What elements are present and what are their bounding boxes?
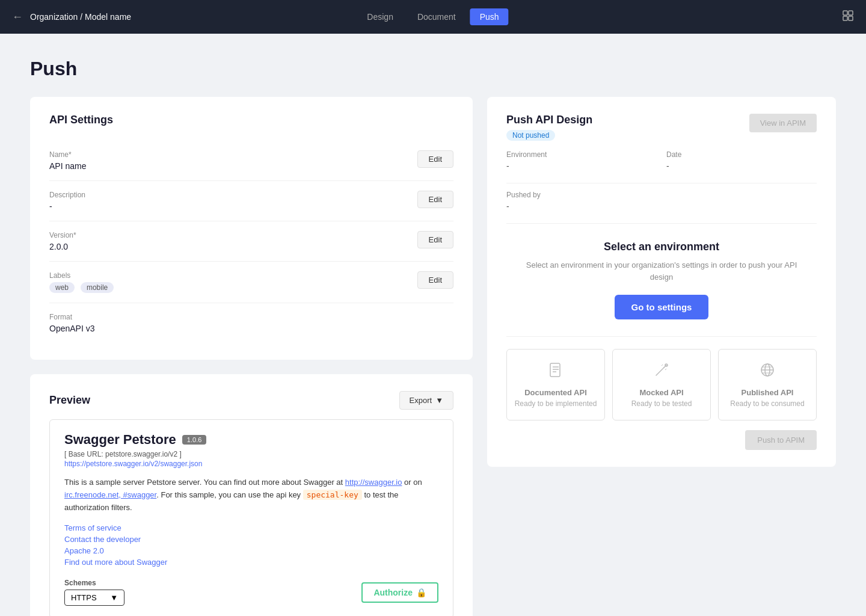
contact-link[interactable]: Contact the developer [64,535,438,544]
push-api-header: Push API Design Not pushed View in APIM [506,114,817,141]
tab-push[interactable]: Push [470,8,509,25]
export-button[interactable]: Export ▼ [399,391,453,410]
svg-line-8 [656,368,664,375]
swagger-base-url: [ Base URL: petstore.swagger.io/v2 ] [64,450,438,458]
documented-api-card: Documented API Ready to be implemented [506,349,605,420]
settings-row-format: Format OpenAPI v3 [49,303,453,343]
push-api-title: Push API Design [506,114,592,126]
name-edit-button[interactable]: Edit [417,150,453,168]
main-columns: API Settings Name* API name Edit Descrip… [30,97,836,616]
settings-row-description: Description - Edit [49,181,453,221]
view-apim-button: View in APIM [749,114,817,132]
version-value: 2.0.0 [49,242,76,251]
version-edit-button[interactable]: Edit [417,231,453,248]
schemes-select[interactable]: HTTPS ▼ [64,590,124,606]
api-settings-title: API Settings [49,114,453,126]
name-value: API name [49,161,86,171]
left-column: API Settings Name* API name Edit Descrip… [30,97,473,616]
settings-version-content: Version* 2.0.0 [49,231,76,251]
svg-rect-4 [550,363,560,377]
environment-meta: Environment - [506,150,657,171]
mocked-api-desc: Ready to be tested [620,399,703,408]
go-settings-button[interactable]: Go to settings [615,295,709,319]
swagger-preview-box: Swagger Petstore 1.0.6 [ Base URL: petst… [49,419,453,616]
swagger-title-row: Swagger Petstore 1.0.6 [64,432,438,448]
select-env-desc: Select an environment in your organizati… [516,259,807,283]
preview-header: Preview Export ▼ [49,391,453,410]
terms-link[interactable]: Terms of service [64,523,438,532]
select-environment-section: Select an environment Select an environm… [506,224,817,337]
api-settings-card: API Settings Name* API name Edit Descrip… [30,97,473,360]
apache-link[interactable]: Apache 2.0 [64,546,438,555]
date-value: - [666,161,817,171]
svg-line-12 [665,369,666,370]
desc-edit-button[interactable]: Edit [417,191,453,208]
document-icon [514,362,597,382]
pushed-by-label: Pushed by [506,191,817,199]
mocked-api-card: Mocked API Ready to be tested [612,349,711,420]
settings-labels-content: Labels web mobile [49,271,117,293]
name-label: Name* [49,150,86,159]
labels-edit-button[interactable]: Edit [417,271,453,289]
globe-icon [726,362,809,382]
irc-link[interactable]: irc.freenode.net, #swagger [64,490,156,499]
lock-icon: 🔒 [416,588,426,597]
labels-tags: web mobile [49,282,117,293]
desc-value: - [49,202,85,211]
svg-rect-3 [849,16,853,20]
grid-icon[interactable] [842,10,854,25]
svg-line-11 [662,365,663,366]
push-api-card: Push API Design Not pushed View in APIM … [487,97,836,467]
page-content: Push API Settings Name* API name Edit [0,34,866,616]
not-pushed-badge: Not pushed [506,130,555,141]
date-meta: Date - [666,150,817,171]
top-navigation: ← Organization / Model name Design Docum… [0,0,866,34]
chevron-down-icon: ▼ [435,396,443,405]
tag-web: web [49,282,75,293]
select-env-title: Select an environment [516,241,807,253]
tag-mobile: mobile [81,282,114,293]
environment-label: Environment [506,150,657,159]
settings-name-content: Name* API name [49,150,86,171]
pushed-by-meta: Pushed by - [506,191,817,224]
mocked-api-title: Mocked API [620,388,703,397]
right-column: Push API Design Not pushed View in APIM … [487,97,836,616]
published-api-card: Published API Ready to be consumed [718,349,817,420]
svg-rect-0 [843,11,847,15]
settings-row-version: Version* 2.0.0 Edit [49,221,453,262]
settings-format-content: Format OpenAPI v3 [49,313,95,333]
preview-card: Preview Export ▼ Swagger Petstore 1.0.6 … [30,374,473,616]
svg-rect-1 [849,11,853,15]
schemes-label: Schemes [64,579,124,587]
settings-row-name: Name* API name Edit [49,141,453,181]
desc-label: Description [49,191,85,199]
schemes-container: Schemes HTTPS ▼ [64,579,124,606]
wand-icon [620,362,703,382]
date-label: Date [666,150,817,159]
tab-bar: Design Document Push [357,8,508,25]
more-swagger-link[interactable]: Find out more about Swagger [64,558,438,567]
published-api-desc: Ready to be consumed [726,399,809,408]
format-value: OpenAPI v3 [49,324,95,333]
swagger-footer: Schemes HTTPS ▼ Authorize 🔒 [64,579,438,606]
chevron-down-icon: ▼ [110,593,118,602]
pushed-by-value: - [506,202,817,211]
swagger-io-link[interactable]: http://swagger.io [345,478,402,487]
breadcrumb: Organization / Model name [30,12,131,22]
version-label: Version* [49,231,76,239]
swagger-description: This is a sample server Petstore server.… [64,476,438,514]
svg-rect-2 [843,16,847,20]
authorize-button[interactable]: Authorize 🔒 [361,582,438,603]
back-button[interactable]: ← [12,11,23,23]
swagger-links: Terms of service Contact the developer A… [64,523,438,567]
tab-design[interactable]: Design [357,8,403,25]
page-title: Push [30,58,836,80]
documented-api-title: Documented API [514,388,597,397]
settings-desc-content: Description - [49,191,85,211]
preview-title: Preview [49,394,90,407]
swagger-json-link[interactable]: https://petstore.swagger.io/v2/swagger.j… [64,460,438,468]
api-status-cards: Documented API Ready to be implemented M… [506,349,817,420]
push-meta-grid: Environment - Date - [506,150,817,183]
format-label: Format [49,313,95,321]
tab-document[interactable]: Document [408,8,465,25]
